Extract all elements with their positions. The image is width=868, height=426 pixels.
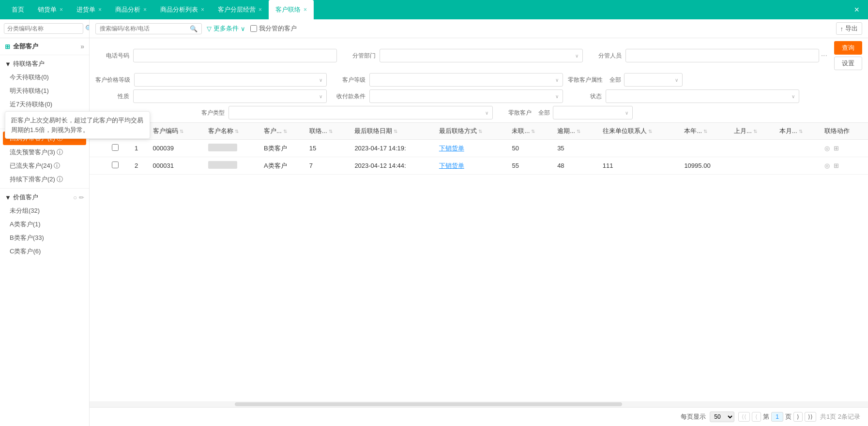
sidebar-item-c-class[interactable]: C类客户(6)	[0, 245, 89, 258]
td-index-1: 1	[130, 140, 148, 157]
row-checkbox-2[interactable]	[112, 162, 119, 168]
settings-button[interactable]: 设置	[834, 57, 862, 70]
sidebar-item-tomorrow[interactable]: 明天待联络(1)	[0, 84, 89, 98]
nav-product-analysis[interactable]: 商品分析 ×	[108, 0, 153, 19]
filter-price-level-select[interactable]: ∨	[134, 73, 327, 87]
scattered-attr-prefix: 全部	[609, 76, 621, 84]
lost-info-icon: ⓘ	[54, 162, 60, 169]
nav-purchase[interactable]: 进货单 ×	[70, 0, 108, 19]
filter-payment-select[interactable]: ∨	[369, 89, 563, 103]
query-button[interactable]: 查询	[834, 41, 862, 55]
scrollbar-thumb[interactable]	[235, 402, 622, 406]
filter-icon: ▽	[207, 25, 212, 32]
td-customer-code-2[interactable]: 000031	[148, 157, 204, 175]
nav-customer-segment[interactable]: 客户分层经营 ×	[211, 0, 269, 19]
sidebar-item-week7[interactable]: 近7天待联络(0)	[0, 98, 89, 111]
sort-unit-contact-icon: ⇅	[648, 129, 652, 134]
pending-contact-group[interactable]: ▼ 待联络客户	[0, 57, 89, 71]
blurred-name-2	[208, 161, 237, 169]
nav-home[interactable]: 首页	[5, 0, 31, 19]
filter-more-conditions[interactable]: ▽ 更多条件 ∨	[207, 24, 245, 33]
main-layout: 🔍 ⊞ 全部客户 » ▼ 待联络客户 今天待联络(0) 明天待联络(1) 近7天…	[0, 19, 868, 426]
filter-scattered-attr-select[interactable]: ∨	[624, 73, 683, 87]
td-checkbox-1	[107, 140, 130, 157]
filter-manager-dots[interactable]: ···	[821, 51, 827, 60]
action-link-icon-1[interactable]: ◎	[824, 145, 830, 152]
table-row: 1 000039 B类客户 15	[90, 140, 868, 157]
nav-product-analysis-close[interactable]: ×	[143, 6, 147, 13]
th-customer-code[interactable]: 客户编码 ⇅	[148, 123, 204, 140]
filter-search-icon[interactable]: 🔍	[190, 25, 198, 32]
td-last-contact-method-1[interactable]: 下销货单	[434, 140, 507, 157]
sidebar-item-lost[interactable]: 已流失客户(24) ⓘ	[0, 159, 89, 173]
sort-last-contact-method-icon: ⇅	[478, 129, 482, 134]
filter-scattered-customer-select[interactable]: ∨	[553, 106, 633, 119]
window-close-button[interactable]: ×	[850, 5, 863, 15]
th-this-month[interactable]: 本月... ⇅	[775, 123, 820, 140]
sort-customer-name-icon: ⇅	[235, 129, 239, 134]
nav-customer-contact-close[interactable]: ×	[304, 6, 307, 13]
filter-my-customers[interactable]: 我分管的客户	[250, 24, 297, 33]
td-customer-code-1[interactable]: 000039	[148, 140, 204, 157]
value-circle-icon[interactable]: ○	[73, 194, 77, 201]
my-customers-checkbox[interactable]	[250, 25, 257, 32]
nav-customer-segment-close[interactable]: ×	[259, 6, 262, 13]
sidebar-collapse-icon[interactable]: »	[80, 43, 84, 50]
nav-sales[interactable]: 销货单 ×	[31, 0, 70, 19]
td-contact-count-2: 7	[305, 157, 350, 175]
prev-page-button[interactable]: ⟨	[752, 412, 761, 422]
nav-customer-contact[interactable]: 客户联络 ×	[269, 0, 314, 19]
filter-dept-select[interactable]: ∨	[380, 49, 583, 62]
sidebar-search-input[interactable]	[4, 23, 83, 34]
filter-status-select[interactable]: ∨	[606, 89, 799, 103]
td-this-year-2: 10995.00	[679, 157, 729, 175]
nav-product-analysis-list[interactable]: 商品分析列表 ×	[153, 0, 211, 19]
action-link-icon-2[interactable]: ◎	[824, 162, 830, 169]
filter-phone-input[interactable]	[133, 49, 337, 62]
th-unit-contact[interactable]: 往来单位联系人 ⇅	[598, 123, 680, 140]
row-checkbox-1[interactable]	[112, 144, 119, 151]
th-last-contact-method[interactable]: 最后联络方式 ⇅	[434, 123, 507, 140]
value-edit-icon[interactable]: ✏	[79, 194, 84, 201]
first-page-button[interactable]: ⟨⟨	[738, 412, 750, 422]
sidebar: 🔍 ⊞ 全部客户 » ▼ 待联络客户 今天待联络(0) 明天待联络(1) 近7天…	[0, 19, 90, 426]
last-page-button[interactable]: ⟩⟩	[805, 412, 816, 422]
value-group-label[interactable]: 价值客户	[13, 193, 38, 202]
th-last-month[interactable]: 上月... ⇅	[729, 123, 775, 140]
th-this-year[interactable]: 本年... ⇅	[679, 123, 729, 140]
sidebar-item-a-class[interactable]: A类客户(1)	[0, 218, 89, 231]
filter-nature-select[interactable]: ∨	[133, 89, 327, 103]
th-customer-type[interactable]: 客户... ⇅	[259, 123, 305, 140]
action-add-icon-2[interactable]: ⊞	[834, 162, 839, 169]
sidebar-search-icon[interactable]: 🔍	[85, 25, 90, 32]
action-add-icon-1[interactable]: ⊞	[834, 145, 839, 152]
per-page-select[interactable]: 50 20 100	[710, 411, 734, 422]
horizontal-scrollbar[interactable]	[90, 401, 868, 407]
filter-manager-input[interactable]	[625, 49, 819, 62]
sidebar-item-today[interactable]: 今天待联络(0)	[0, 71, 89, 84]
filter-customer-level-select[interactable]: ∨	[369, 73, 563, 87]
nav-sales-close[interactable]: ×	[60, 6, 63, 13]
td-checkbox-2	[107, 157, 130, 175]
th-last-contact-date[interactable]: 最后联络日期 ⇅	[350, 123, 434, 140]
nav-product-analysis-list-close[interactable]: ×	[201, 6, 204, 13]
sidebar-item-b-class[interactable]: B类客户(33)	[0, 231, 89, 245]
td-last-contact-method-2[interactable]: 下销货单	[434, 157, 507, 175]
filter-label-phone: 电话号码	[95, 52, 129, 60]
sidebar-item-lost-warning[interactable]: 流失预警客户(3) ⓘ	[0, 146, 89, 159]
filter-customer-type-select[interactable]: ∨	[228, 106, 492, 119]
next-page-button[interactable]: ⟩	[793, 412, 803, 422]
th-no-contact[interactable]: 未联... ⇅	[507, 123, 552, 140]
export-button[interactable]: ↑ 导出	[836, 22, 863, 35]
th-customer-name[interactable]: 客户名称 ⇅	[203, 123, 259, 140]
th-contact-count[interactable]: 联络... ⇅	[305, 123, 350, 140]
chevron-down-icon: ∨	[241, 25, 245, 32]
nav-purchase-close[interactable]: ×	[98, 6, 102, 13]
sidebar-item-declining[interactable]: 持续下滑客户(2) ⓘ	[0, 173, 89, 186]
td-contact-count-1: 15	[305, 140, 350, 157]
filter-search-input[interactable]	[100, 25, 187, 32]
content-area: 🔍 ▽ 更多条件 ∨ 我分管的客户 ↑ 导出 电话号码	[90, 19, 868, 426]
th-overdue[interactable]: 逾期... ⇅	[552, 123, 598, 140]
sidebar-item-ungroup[interactable]: 未分组(32)	[0, 204, 89, 218]
filter-row-2: 客户价格等级 ∨ 客户等级 ∨ 零散客户属性 全部 ∨	[95, 73, 862, 87]
